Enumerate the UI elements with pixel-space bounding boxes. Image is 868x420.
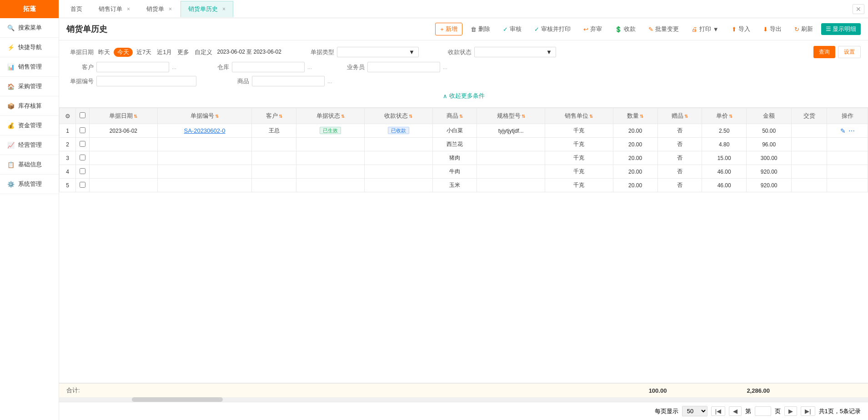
edit-icon[interactable]: ✎	[840, 127, 846, 135]
th-qty[interactable]: 数量 ⇅	[613, 108, 657, 124]
date-btn-1month[interactable]: 近1月	[155, 48, 174, 57]
row-no[interactable]: SA-20230602-0	[157, 124, 252, 138]
date-btn-7days[interactable]: 近7天	[135, 48, 153, 57]
pay-status-sort[interactable]: 收款状态 ⇅	[367, 112, 430, 120]
product-input[interactable]	[252, 76, 325, 86]
row-no[interactable]	[157, 138, 252, 151]
agent-more-btn[interactable]: ...	[443, 64, 447, 70]
row-select-checkbox[interactable]	[80, 182, 85, 188]
sidebar-item-purchase[interactable]: 🏠 采购管理	[0, 77, 59, 96]
row-actions[interactable]	[827, 165, 868, 179]
query-button[interactable]: 查询	[813, 46, 835, 58]
date-btn-yesterday[interactable]: 昨天	[96, 48, 112, 57]
type-select[interactable]: ▼	[337, 47, 419, 57]
qty-sort[interactable]: 数量 ⇅	[616, 112, 655, 120]
th-price[interactable]: 单价 ⇅	[702, 108, 747, 124]
tab-home[interactable]: 首页	[63, 1, 90, 17]
product-more-btn[interactable]: ...	[327, 78, 332, 85]
row-actions[interactable]: ✎⋯	[827, 124, 868, 138]
sidebar-item-inventory[interactable]: 📦 库存核算	[0, 96, 59, 116]
no-sort[interactable]: 单据编号 ⇅	[161, 112, 249, 120]
th-date[interactable]: 单据日期 ⇅	[90, 108, 158, 124]
date-sort[interactable]: 单据日期 ⇅	[92, 112, 155, 120]
more-icon[interactable]: ⋯	[848, 127, 855, 135]
row-checkbox[interactable]	[76, 124, 90, 138]
th-unit[interactable]: 销售单位 ⇅	[545, 108, 613, 124]
collect-button[interactable]: 💲 收款	[610, 23, 640, 35]
row-actions[interactable]	[827, 138, 868, 151]
table-settings-icon[interactable]: ⚙	[65, 113, 70, 120]
scrollbar[interactable]	[59, 397, 868, 402]
abandon-button[interactable]: ↩ 弃审	[579, 23, 607, 35]
page-input[interactable]: 1	[755, 406, 771, 416]
spec-sort[interactable]: 规格型号 ⇅	[480, 112, 542, 120]
tab-sales-delivery-close[interactable]: ×	[169, 6, 172, 12]
gift-sort[interactable]: 赠品 ⇅	[661, 112, 699, 120]
print-button[interactable]: 🖨 打印 ▼	[687, 23, 723, 35]
new-button[interactable]: + 新增	[435, 23, 462, 35]
date-btn-more[interactable]: 更多	[176, 48, 191, 57]
tab-sales-order[interactable]: 销售订单 ×	[91, 1, 138, 17]
th-spec[interactable]: 规格型号 ⇅	[477, 108, 545, 124]
sidebar-item-operations[interactable]: 📈 经营管理	[0, 135, 59, 155]
row-checkbox[interactable]	[76, 179, 90, 192]
sidebar-item-finance[interactable]: 💰 资金管理	[0, 116, 59, 135]
row-no[interactable]	[157, 179, 252, 192]
warehouse-more-btn[interactable]: ...	[307, 64, 312, 70]
close-all-tabs-btn[interactable]: ✕	[853, 4, 864, 14]
collapse-button[interactable]: ∧ 收起更多条件	[66, 90, 861, 102]
date-btn-today[interactable]: 今天	[114, 48, 133, 57]
batch-change-button[interactable]: ✎ 批量变更	[644, 23, 683, 35]
sidebar-item-quick-nav[interactable]: ⚡ 快捷导航	[0, 38, 59, 57]
th-product[interactable]: 商品 ⇅	[432, 108, 477, 124]
page-size-select[interactable]: 50 100	[682, 406, 707, 416]
th-checkbox[interactable]	[76, 108, 90, 124]
sidebar-item-sales[interactable]: 📊 销售管理	[0, 57, 59, 77]
order-no-link[interactable]: SA-20230602-0	[184, 127, 226, 134]
export-button[interactable]: ⬇ 导出	[758, 23, 786, 35]
unit-sort[interactable]: 销售单位 ⇅	[548, 112, 610, 120]
row-select-checkbox[interactable]	[80, 155, 85, 160]
delete-button[interactable]: 🗑 删除	[466, 23, 495, 35]
tab-sales-delivery[interactable]: 销货单 ×	[139, 1, 180, 17]
select-all-checkbox[interactable]	[80, 112, 85, 118]
sidebar-item-search[interactable]: 🔍 搜索菜单	[0, 18, 59, 38]
tab-sales-history[interactable]: 销货单历史 ×	[181, 1, 233, 17]
import-button[interactable]: ⬆ 导入	[727, 23, 755, 35]
th-settings[interactable]: ⚙	[60, 108, 76, 124]
warehouse-input[interactable]	[232, 62, 305, 72]
th-pay-status[interactable]: 收款状态 ⇅	[364, 108, 432, 124]
table-container[interactable]: ⚙ 单据日期 ⇅ 单据编号	[59, 108, 868, 383]
customer-input[interactable]	[96, 62, 169, 72]
sidebar-item-basic-info[interactable]: 📋 基础信息	[0, 155, 59, 175]
th-no[interactable]: 单据编号 ⇅	[157, 108, 252, 124]
row-select-checkbox[interactable]	[80, 141, 85, 147]
page-prev-btn[interactable]: ◀	[729, 406, 742, 416]
order-no-input[interactable]	[96, 76, 196, 86]
tab-sales-order-close[interactable]: ×	[127, 6, 130, 12]
row-no[interactable]	[157, 151, 252, 165]
product-sort[interactable]: 商品 ⇅	[436, 112, 474, 120]
row-actions[interactable]	[827, 151, 868, 165]
page-first-btn[interactable]: |◀	[711, 406, 725, 416]
status-select[interactable]: ▼	[474, 47, 556, 57]
row-checkbox[interactable]	[76, 165, 90, 179]
sidebar-item-system[interactable]: ⚙️ 系统管理	[0, 175, 59, 194]
tab-sales-history-close[interactable]: ×	[222, 6, 226, 12]
page-next-btn[interactable]: ▶	[784, 406, 797, 416]
agent-input[interactable]	[367, 62, 440, 72]
date-btn-custom[interactable]: 自定义	[193, 48, 214, 57]
show-details-button[interactable]: ☰ 显示明细	[821, 23, 861, 35]
audit-print-button[interactable]: ✓ 审核并打印	[530, 23, 575, 35]
scrollbar-thumb[interactable]	[132, 397, 223, 402]
th-customer[interactable]: 客户 ⇅	[252, 108, 296, 124]
customer-sort[interactable]: 客户 ⇅	[255, 112, 293, 120]
filter-settings-button[interactable]: 设置	[838, 46, 861, 58]
th-doc-status[interactable]: 单据状态 ⇅	[296, 108, 365, 124]
row-checkbox[interactable]	[76, 151, 90, 165]
audit-button[interactable]: ✓ 审核	[498, 23, 526, 35]
doc-status-sort[interactable]: 单据状态 ⇅	[299, 112, 361, 120]
price-sort[interactable]: 单价 ⇅	[705, 112, 743, 120]
row-select-checkbox[interactable]	[80, 168, 85, 174]
customer-more-btn[interactable]: ...	[172, 64, 176, 70]
